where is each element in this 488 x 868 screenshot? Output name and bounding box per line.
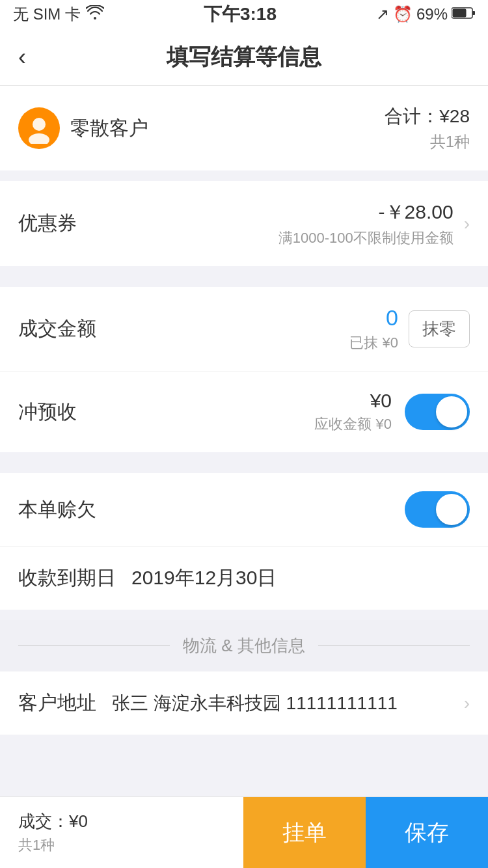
coupon-card: 优惠券 -￥28.00 满1000-100不限制使用金额 › xyxy=(0,181,488,266)
coupon-right: -￥28.00 满1000-100不限制使用金额 › xyxy=(278,199,470,248)
bottom-deal-label: 成交： xyxy=(18,811,69,831)
coupon-amount: -￥28.00 xyxy=(278,199,454,226)
bottom-bar: 成交：¥0 共1种 挂单 保存 xyxy=(0,796,488,868)
coupon-value: -￥28.00 满1000-100不限制使用金额 xyxy=(278,199,454,248)
address-label: 客户地址 xyxy=(18,690,96,716)
address-chevron-icon: › xyxy=(464,693,470,714)
deal-card: 成交金额 0 已抹 ¥0 抹零 冲预收 ¥0 应收金额 ¥0 xyxy=(0,287,488,452)
deal-value-group: 0 已抹 ¥0 xyxy=(349,305,398,353)
debt-toggle-knob xyxy=(436,494,467,525)
hangup-label: 挂单 xyxy=(282,818,327,848)
hangup-button[interactable]: 挂单 xyxy=(243,797,366,869)
bottom-count: 共1种 xyxy=(18,835,225,855)
customer-left: 零散客户 xyxy=(18,107,148,149)
prereceive-right: ¥0 应收金额 ¥0 xyxy=(314,390,470,434)
main-content: 零散客户 合计：¥28 共1种 优惠券 -￥28.00 满1000-100不限制… xyxy=(0,86,488,813)
customer-row: 零散客户 合计：¥28 共1种 xyxy=(0,86,488,170)
page-title: 填写结算等信息 xyxy=(167,42,321,72)
logistics-divider: 物流 & 其他信息 xyxy=(0,620,488,671)
deal-amount-row: 成交金额 0 已抹 ¥0 抹零 xyxy=(0,287,488,372)
svg-point-3 xyxy=(33,118,46,131)
already-deducted: 已抹 ¥0 xyxy=(349,333,398,353)
due-date-value[interactable]: 2019年12月30日 xyxy=(131,565,277,591)
customer-right: 合计：¥28 共1种 xyxy=(385,104,470,152)
bottom-deal-amount: 成交：¥0 xyxy=(18,810,225,833)
battery-icon xyxy=(452,5,475,23)
divider-line-left xyxy=(18,645,170,646)
svg-rect-2 xyxy=(452,9,466,18)
debt-toggle[interactable] xyxy=(405,491,470,528)
wifi-icon xyxy=(86,5,104,23)
total-amount: 合计：¥28 xyxy=(385,104,470,129)
round-button[interactable]: 抹零 xyxy=(409,310,470,347)
save-label: 保存 xyxy=(405,818,449,848)
coupon-label: 优惠券 xyxy=(18,210,77,237)
prereceive-label: 冲预收 xyxy=(18,399,77,426)
bottom-deal-value: ¥0 xyxy=(69,811,88,831)
prereceive-amount: ¥0 xyxy=(314,390,392,412)
svg-rect-1 xyxy=(472,11,475,15)
prereceive-desc: 应收金额 ¥0 xyxy=(314,414,392,434)
due-date-label: 收款到期日 xyxy=(18,565,116,591)
avatar xyxy=(18,107,60,149)
save-button[interactable]: 保存 xyxy=(366,797,488,869)
debt-right xyxy=(405,491,470,528)
total-count: 共1种 xyxy=(385,131,470,152)
status-time: 下午3:18 xyxy=(204,2,277,27)
prereceive-text: ¥0 应收金额 ¥0 xyxy=(314,390,392,434)
svg-point-4 xyxy=(29,133,49,144)
no-sim-label: 无 SIM 卡 xyxy=(13,4,81,25)
address-row[interactable]: 客户地址 张三 海淀永丰科技园 11111111111 › xyxy=(0,671,488,735)
nav-bar: ‹ 填写结算等信息 xyxy=(0,29,488,86)
coupon-row[interactable]: 优惠券 -￥28.00 满1000-100不限制使用金额 › xyxy=(0,181,488,266)
deal-right: 0 已抹 ¥0 抹零 xyxy=(349,305,470,353)
debt-label: 本单赊欠 xyxy=(18,496,96,523)
coupon-desc: 满1000-100不限制使用金额 xyxy=(278,228,454,248)
due-date-row: 收款到期日 2019年12月30日 xyxy=(0,547,488,610)
chevron-icon: › xyxy=(464,213,470,234)
prereceive-toggle[interactable] xyxy=(405,394,470,430)
debt-card: 本单赊欠 收款到期日 2019年12月30日 xyxy=(0,473,488,610)
toggle-knob xyxy=(436,396,467,427)
section-divider-1 xyxy=(0,277,488,287)
logistics-label: 物流 & 其他信息 xyxy=(183,634,305,657)
prereceive-row: 冲预收 ¥0 应收金额 ¥0 xyxy=(0,372,488,452)
deal-amount-value[interactable]: 0 xyxy=(349,305,398,331)
bottom-left: 成交：¥0 共1种 xyxy=(0,810,243,855)
divider-line-right xyxy=(318,645,470,646)
alarm-icon: ⏰ xyxy=(393,5,413,23)
customer-name: 零散客户 xyxy=(70,115,148,142)
status-right: ↗ ⏰ 69% xyxy=(376,5,475,23)
location-icon: ↗ xyxy=(376,5,389,23)
status-left: 无 SIM 卡 xyxy=(13,4,104,25)
address-value: 张三 海淀永丰科技园 11111111111 xyxy=(112,691,464,716)
status-bar: 无 SIM 卡 下午3:18 ↗ ⏰ 69% xyxy=(0,0,488,29)
debt-row: 本单赊欠 xyxy=(0,473,488,547)
back-button[interactable]: ‹ xyxy=(18,44,26,71)
deal-label: 成交金额 xyxy=(18,316,96,342)
battery-label: 69% xyxy=(416,5,448,23)
section-divider-2 xyxy=(0,463,488,473)
